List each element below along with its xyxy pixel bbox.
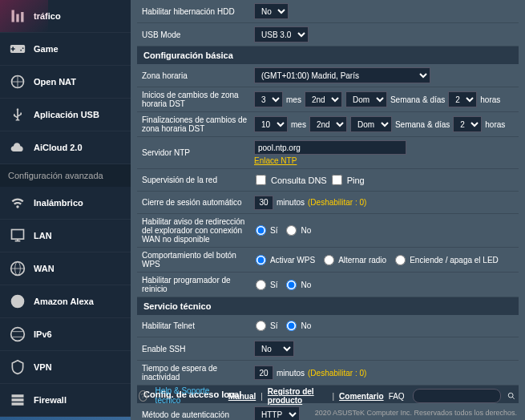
reboot-no-radio[interactable] [286,280,297,290]
search-input[interactable] [413,389,501,403]
sidebar-item-vpn[interactable]: VPN [0,351,131,384]
no-label: No [301,321,311,330]
dst-start-day[interactable]: 3 [254,91,283,107]
dst-end-week[interactable]: 2nd [309,116,347,132]
dst-end-day[interactable]: 10 [254,116,288,132]
dst-end-dow[interactable]: Dom [350,116,392,132]
wireless-icon [8,193,27,212]
idle-input[interactable] [254,365,273,380]
telnet-yes-radio[interactable] [256,321,266,331]
minutes-unit: minutos [277,369,305,378]
footer: ? Help & Soporte técnico Manual | Regist… [131,383,525,420]
sidebar-item-traffic[interactable]: tráfico [0,0,131,33]
sidebar-item-wireless[interactable]: Inalámbrico [0,187,131,220]
ping-checkbox[interactable] [332,175,342,185]
sidebar-item-nat[interactable]: Open NAT [0,66,131,99]
product-reg-link[interactable]: Registro del producto [268,387,328,405]
hour-unit: horas [480,95,500,104]
sidebar-item-usb[interactable]: Aplicación USB [0,99,131,131]
reboot-yes-radio[interactable] [256,280,266,290]
advanced-header: Configuración avanzada [0,164,131,187]
sidebar-item-wan[interactable]: WAN [0,252,131,285]
redirect-label: Habilitar aviso de redirección del explo… [142,217,254,244]
idle-label: Tiempo de espera de inactividad [142,364,254,382]
ntp-input[interactable] [254,140,406,155]
hour-unit: horas [485,120,505,129]
wps-opt1-label: Activar WPS [270,256,315,265]
dow-unit: Semana & días [395,120,450,129]
dns-checkbox[interactable] [256,175,266,185]
sidebar-item-label: Firewall [34,395,67,405]
comment-link[interactable]: Comentario [339,392,384,401]
sidebar-item-label: Aplicación USB [34,110,99,119]
sidebar-item-label: Amazon Alexa [34,297,94,306]
hdd-hibernation-select[interactable]: No [254,3,289,19]
dst-end-label: Finalizaciones de cambios de zona horari… [142,115,254,133]
yes-label: Sí [270,226,277,235]
help-icon: ? [139,390,147,402]
sidebar-item-alexa[interactable]: Amazon Alexa [0,285,131,318]
search-button[interactable] [506,390,517,402]
wps-opt2-label: Alternar radio [338,256,386,265]
sidebar-item-game[interactable]: Game [0,33,131,66]
sidebar-item-label: Inalámbrico [34,198,83,208]
dst-start-dow[interactable]: Dom [345,91,387,107]
dow-unit: Semana & días [390,95,445,104]
sidebar-item-label: Open NAT [34,77,76,87]
sidebar-item-label: AiCloud 2.0 [34,143,83,152]
telnet-no-radio[interactable] [286,321,297,331]
dst-start-label: Inicios de cambios de zona horaria DST [142,91,254,108]
sidebar-item-label: tráfico [34,11,61,21]
sidebar-item-aicloud[interactable]: AiCloud 2.0 [0,131,131,164]
auto-logout-input[interactable] [254,196,273,210]
alexa-icon [8,292,27,311]
traffic-icon [8,6,27,26]
basic-config-title: Configuración básica [137,46,519,64]
sidebar-item-label: IPv6 [34,329,52,339]
svg-rect-1 [12,230,24,240]
service-title: Servicio técnico [137,297,519,315]
cloud-icon [8,138,27,157]
wps-toggle-radio[interactable] [324,255,334,265]
ntp-link[interactable]: Enlace NTP [254,156,297,165]
no-label: No [301,281,311,289]
firewall-icon [8,390,27,410]
ssh-label: Enable SSH [142,345,254,353]
ntp-label: Servidor NTP [142,148,254,157]
dst-start-hour[interactable]: 2 [448,91,477,107]
sidebar-item-lan[interactable]: LAN [0,220,131,252]
dst-start-week[interactable]: 2nd [305,91,342,107]
sidebar-item-label: WAN [34,264,55,273]
sidebar-item-admin[interactable]: Administración [0,417,131,420]
wps-led-radio[interactable] [395,255,406,265]
main-panel: Habilitar hibernación HDD No USB Mode US… [131,0,525,420]
vpn-icon [8,357,27,377]
hdd-hibernation-label: Habilitar hibernación HDD [142,7,254,16]
dns-check-label: Consulta DNS [271,176,327,185]
wps-activate-radio[interactable] [256,255,266,265]
usb-mode-select[interactable]: USB 3.0 [254,26,309,42]
help-link[interactable]: Help & Soporte técnico [155,386,214,406]
usb-icon [8,105,27,124]
auto-logout-label: Cierre de sesión automático [142,198,254,207]
no-label: No [301,226,311,235]
faq-link[interactable]: FAQ [389,392,405,401]
sidebar-item-label: Game [34,44,59,54]
svg-point-4 [11,295,25,309]
game-icon [8,39,27,59]
redirect-yes-radio[interactable] [256,225,266,236]
manual-link[interactable]: Manual [228,392,256,401]
wps-label: Comportamiento del botón WPS [142,251,254,269]
lan-icon [8,226,27,245]
ssh-select[interactable]: No [254,341,294,357]
svg-point-7 [508,393,513,398]
sidebar-item-firewall[interactable]: Firewall [0,384,131,417]
disable-hint: (Deshabilitar : 0) [308,198,366,207]
yes-label: Sí [270,321,277,330]
sidebar-item-ipv6[interactable]: IPv6 [0,318,131,351]
minutes-unit: minutos [277,198,305,207]
dst-end-hour[interactable]: 2 [453,116,482,132]
telnet-label: Habilitar Telnet [142,321,254,330]
redirect-no-radio[interactable] [286,225,297,236]
timezone-select[interactable]: (GMT+01:00) Madrid, París [254,67,430,83]
